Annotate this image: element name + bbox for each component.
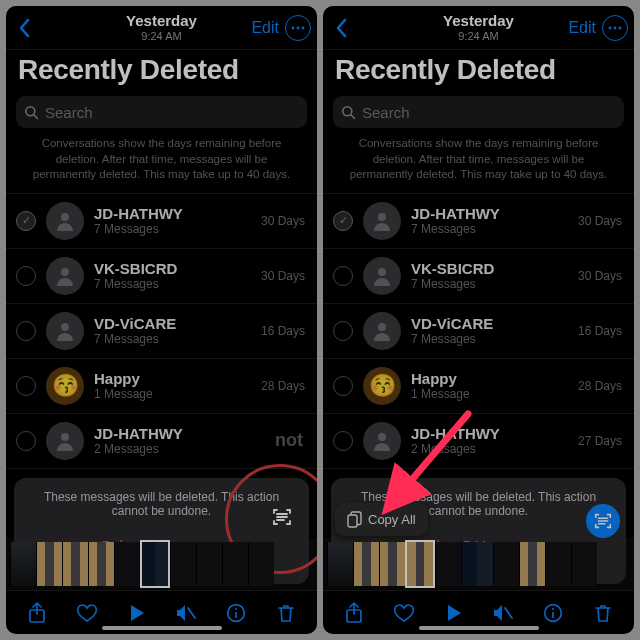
- conversation-sub: 2 Messages: [411, 442, 568, 456]
- live-text-icon: [271, 506, 293, 528]
- selection-circle[interactable]: [333, 376, 353, 396]
- thumb[interactable]: [10, 542, 36, 586]
- thumb[interactable]: [36, 542, 62, 586]
- back-button[interactable]: [12, 15, 38, 41]
- helper-text: Conversations show the days remaining be…: [6, 136, 317, 194]
- search-field[interactable]: [16, 96, 307, 128]
- days-remaining: 30 Days: [578, 214, 622, 228]
- thumb[interactable]: [170, 542, 196, 586]
- copy-all-button[interactable]: Copy All: [335, 503, 428, 536]
- conversation-name: VK-SBICRD: [411, 260, 568, 277]
- conversation-name: VD-ViCARE: [94, 315, 251, 332]
- conversation-sub: 7 Messages: [94, 277, 251, 291]
- favorite-button[interactable]: [390, 599, 418, 627]
- live-text-button[interactable]: [265, 500, 299, 534]
- avatar: 😚: [46, 367, 84, 405]
- copy-all-label: Copy All: [368, 512, 416, 527]
- thumb[interactable]: [461, 542, 493, 586]
- thumb[interactable]: [571, 542, 597, 586]
- thumb-current[interactable]: [405, 540, 435, 588]
- share-button[interactable]: [340, 599, 368, 627]
- selection-circle[interactable]: [16, 376, 36, 396]
- more-button[interactable]: [602, 15, 628, 41]
- back-button[interactable]: [329, 15, 355, 41]
- right-screenshot: Yesterday 9:24 AM Edit Recently Deleted …: [323, 6, 634, 634]
- list-item[interactable]: VK-SBICRD7 Messages30 Days: [323, 249, 634, 304]
- list-item[interactable]: 😚Happy1 Message28 Days: [6, 359, 317, 414]
- mute-button[interactable]: [489, 599, 517, 627]
- list-item[interactable]: JD-HATHWY2 Messages27 Days: [323, 414, 634, 469]
- trash-button[interactable]: [272, 599, 300, 627]
- play-button[interactable]: [123, 599, 151, 627]
- share-button[interactable]: [23, 599, 51, 627]
- cannot-tag: not: [275, 430, 303, 451]
- svg-point-15: [235, 607, 237, 609]
- page-title: Recently Deleted: [6, 50, 317, 92]
- conversation-sub: 1 Message: [94, 387, 251, 401]
- edit-button[interactable]: Edit: [568, 19, 596, 37]
- thumb[interactable]: [353, 542, 379, 586]
- selection-circle[interactable]: [333, 266, 353, 286]
- search-input[interactable]: [362, 104, 616, 121]
- list-item[interactable]: 😚Happy1 Message28 Days: [323, 359, 634, 414]
- thumb[interactable]: [196, 542, 222, 586]
- navbar: Yesterday 9:24 AM Edit: [6, 6, 317, 50]
- search-input[interactable]: [45, 104, 299, 121]
- days-remaining: 16 Days: [261, 324, 305, 338]
- home-indicator[interactable]: [419, 626, 539, 630]
- svg-point-24: [378, 323, 386, 331]
- conversation-sub: 7 Messages: [411, 222, 568, 236]
- thumbnail-strip[interactable]: [6, 538, 317, 590]
- thumb[interactable]: [435, 542, 461, 586]
- list-item[interactable]: JD-HATHWY2 Messagesnot: [6, 414, 317, 469]
- selection-circle[interactable]: [333, 431, 353, 451]
- conversation-sub: 2 Messages: [94, 442, 295, 456]
- thumbnail-strip[interactable]: [323, 538, 634, 590]
- svg-line-32: [505, 608, 512, 618]
- svg-point-22: [378, 213, 386, 221]
- thumb[interactable]: [379, 542, 405, 586]
- thumb[interactable]: [62, 542, 88, 586]
- thumb[interactable]: [545, 542, 571, 586]
- thumb[interactable]: [519, 542, 545, 586]
- selection-circle[interactable]: [333, 321, 353, 341]
- live-text-button[interactable]: [586, 504, 620, 538]
- info-button[interactable]: [539, 599, 567, 627]
- selection-circle[interactable]: ✓: [333, 211, 353, 231]
- conversation-sub: 7 Messages: [411, 277, 568, 291]
- selection-circle[interactable]: [16, 321, 36, 341]
- thumb[interactable]: [114, 542, 140, 586]
- svg-point-2: [302, 26, 305, 29]
- conversation-name: JD-HATHWY: [94, 205, 251, 222]
- list-item[interactable]: VK-SBICRD7 Messages30 Days: [6, 249, 317, 304]
- list-item[interactable]: VD-ViCARE7 Messages16 Days: [6, 304, 317, 359]
- mute-button[interactable]: [172, 599, 200, 627]
- thumb-current[interactable]: [140, 540, 170, 588]
- search-field[interactable]: [333, 96, 624, 128]
- thumb[interactable]: [248, 542, 274, 586]
- selection-circle[interactable]: [16, 431, 36, 451]
- info-button[interactable]: [222, 599, 250, 627]
- selection-circle[interactable]: [16, 266, 36, 286]
- chevron-left-icon: [18, 18, 32, 38]
- thumb[interactable]: [493, 542, 519, 586]
- days-remaining: 16 Days: [578, 324, 622, 338]
- play-button[interactable]: [440, 599, 468, 627]
- thumb[interactable]: [327, 542, 353, 586]
- thumb[interactable]: [88, 542, 114, 586]
- list-item[interactable]: ✓JD-HATHWY7 Messages30 Days: [323, 194, 634, 249]
- svg-point-19: [619, 26, 622, 29]
- trash-button[interactable]: [589, 599, 617, 627]
- conversation-name: Happy: [411, 370, 568, 387]
- favorite-button[interactable]: [73, 599, 101, 627]
- list-item[interactable]: ✓JD-HATHWY7 Messages30 Days: [6, 194, 317, 249]
- selection-circle[interactable]: ✓: [16, 211, 36, 231]
- more-button[interactable]: [285, 15, 311, 41]
- home-indicator[interactable]: [102, 626, 222, 630]
- ellipsis-icon: [608, 26, 622, 30]
- thumb[interactable]: [222, 542, 248, 586]
- chevron-left-icon: [335, 18, 349, 38]
- search-icon: [24, 105, 39, 120]
- list-item[interactable]: VD-ViCARE7 Messages16 Days: [323, 304, 634, 359]
- edit-button[interactable]: Edit: [251, 19, 279, 37]
